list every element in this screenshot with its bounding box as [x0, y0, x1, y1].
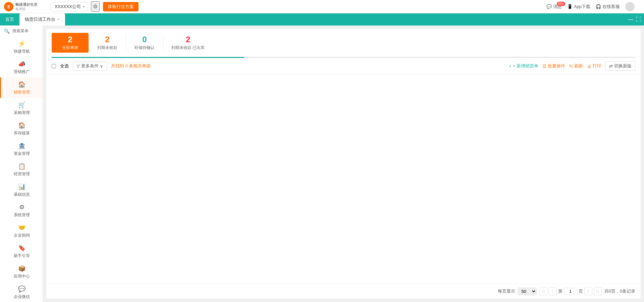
top-right-area: 💬 消息 99+ 📱 App下载 🎧 在线客服 [546, 2, 640, 11]
card-all[interactable]: 2 全部单据 [52, 33, 89, 53]
finance-label: 资金管理 [14, 151, 30, 157]
card-pending[interactable]: 0 旺铺待确认 [126, 33, 163, 53]
next-page-button[interactable]: ⟩ [584, 287, 592, 295]
sidebar-item-operations[interactable]: 📋 经营管理 [0, 159, 43, 180]
search-menu-label: 搜索菜单 [12, 28, 29, 34]
online-service-button[interactable]: 🎧 在线客服 [596, 4, 620, 10]
inventory-icon: 🏠 [18, 122, 25, 129]
search-icon: 🔍 [4, 28, 10, 34]
sales-label: 销售管理 [14, 89, 30, 95]
card-overdue[interactable]: 2 到期未收款 [89, 33, 126, 53]
enterprise-icon: 🤝 [18, 224, 25, 231]
batch-label: 批量操作 [548, 63, 565, 69]
sidebar-item-enterprise[interactable]: 🤝 企业协同 [0, 221, 43, 241]
basic-info-icon: 📊 [18, 183, 25, 190]
operations-icon: 📋 [18, 163, 25, 170]
service-label: 在线客服 [602, 4, 620, 10]
sidebar-item-basic-info[interactable]: 📊 基础信息 [0, 180, 43, 200]
quick-nav-icon: ⚡ [18, 40, 25, 47]
settings-button[interactable]: ⚙ [91, 1, 100, 12]
toolbar-right: + + 新增销货单 ☰ 批量操作 ↻ 刷新 🖨 打印 [509, 61, 635, 71]
logo-title: 畅捷通好生意 [15, 2, 38, 7]
service-icon: 🎧 [596, 4, 601, 9]
try-plan-button[interactable]: 体验行业方案 [103, 2, 139, 11]
summary-cards: 2 全部单据 2 到期未收款 0 旺铺待确认 2 到期未收款 已出库 [46, 29, 641, 57]
last-page-button[interactable]: ⟩⟩ [594, 287, 602, 295]
filter-label: 更多条件 [81, 63, 99, 69]
tab-qianhuoriqing[interactable]: 钱货日清工作台 × [19, 13, 65, 25]
nav-tabs: 首页 钱货日清工作台 × — ⛶ [0, 13, 644, 25]
add-sale-button[interactable]: + + 新增销货单 [509, 63, 538, 69]
system-label: 系统管理 [14, 212, 30, 218]
prev-page-button[interactable]: ⟨ [549, 287, 557, 295]
sidebar-search[interactable]: 🔍 搜索菜单 [0, 25, 43, 37]
refresh-button[interactable]: ↻ 刷新 [569, 63, 583, 69]
print-button[interactable]: 🖨 打印 [587, 63, 601, 69]
system-icon: ⚙ [19, 203, 24, 211]
batch-button[interactable]: ☰ 批量操作 [542, 63, 565, 69]
message-button[interactable]: 💬 消息 99+ [546, 4, 562, 10]
sidebar-item-purchase[interactable]: 🛒 采购管理 [0, 98, 43, 118]
chevron-down-icon: ▾ [83, 5, 85, 8]
card-overdue-label: 到期未收款 [97, 45, 117, 51]
card-shipped[interactable]: 2 到期未收款 已出库 [163, 33, 213, 53]
maximize-icon[interactable]: ⛶ [636, 16, 641, 22]
card-shipped-count: 2 [186, 35, 190, 44]
filter-icon: ▽ [76, 64, 80, 69]
tab-home[interactable]: 首页 [0, 13, 19, 25]
close-tab-icon[interactable]: × [57, 17, 60, 22]
guide-icon: 🔖 [18, 244, 25, 252]
minimize-icon[interactable]: — [628, 16, 633, 22]
card-all-count: 2 [68, 35, 72, 44]
sidebar-item-finance[interactable]: 🏦 资金管理 [0, 139, 43, 159]
select-all-checkbox[interactable] [52, 64, 56, 68]
top-bar: 6 畅捷通好生意 标准版 XXXXXX公司 ▾ ⚙ 体验行业方案 💬 消息 99… [0, 0, 644, 13]
content-inner: 2 全部单据 2 到期未收款 0 旺铺待确认 2 到期未收款 已出库 [46, 29, 641, 299]
sidebar-item-inventory[interactable]: 🏠 库存核算 [0, 118, 43, 139]
sidebar-item-sales[interactable]: 🏠 销售管理 [0, 77, 43, 98]
print-label: 打印 [593, 63, 601, 69]
total-records-label: 共0页，0条记录 [604, 288, 635, 294]
tab-active-label: 钱货日清工作台 [25, 16, 55, 22]
switch-label: 切换新版 [614, 63, 632, 69]
message-badge: 99+ [557, 2, 565, 6]
quick-nav-label: 快捷导航 [14, 49, 30, 54]
page-navigation: ⟨⟨ ⟨ 第 页 ⟩ ⟩⟩ [539, 287, 602, 295]
logo-area: 6 畅捷通好生意 标准版 [4, 2, 47, 11]
page-suffix: 页 [579, 288, 583, 294]
result-number: 0 [125, 63, 128, 68]
sidebar-item-quick-nav[interactable]: ⚡ 快捷导航 [0, 37, 43, 57]
filter-button[interactable]: ▽ 更多条件 ∨ [73, 61, 107, 71]
add-label: + 新增销货单 [513, 63, 538, 69]
company-selector[interactable]: XXXXXX公司 ▾ [51, 2, 88, 11]
sidebar-item-app-center[interactable]: 📦 应用中心 [0, 261, 43, 282]
sidebar-item-wechat[interactable]: 💬 企业微信 [0, 282, 43, 302]
sidebar-item-marketing[interactable]: 📣 营销推广 [0, 57, 43, 77]
sidebar-item-system[interactable]: ⚙ 系统管理 [0, 200, 43, 221]
switch-icon: ⇄ [609, 64, 613, 69]
inventory-label: 库存核算 [14, 130, 30, 136]
operations-label: 经营管理 [14, 171, 30, 177]
page-input[interactable] [564, 288, 577, 295]
sidebar-item-guide[interactable]: 🔖 新手引导 [0, 241, 43, 261]
avatar[interactable] [625, 2, 635, 11]
sidebar: 🔍 搜索菜单 ⚡ 快捷导航 📣 营销推广 🏠 销售管理 🛒 采购管理 🏠 库存核… [0, 25, 43, 302]
sales-icon: 🏠 [18, 81, 25, 88]
logo-icon: 6 [4, 2, 13, 11]
message-icon: 💬 [546, 4, 552, 9]
card-shipped-label: 到期未收款 已出库 [171, 45, 205, 51]
basic-info-label: 基础信息 [14, 192, 30, 197]
nav-bar-right: — ⛶ [628, 16, 644, 22]
app-center-icon: 📦 [18, 265, 25, 272]
select-all-label: 全选 [60, 63, 69, 69]
first-page-button[interactable]: ⟨⟨ [539, 287, 547, 295]
marketing-label: 营销推广 [14, 69, 30, 75]
guide-label: 新手引导 [14, 253, 30, 259]
per-page-select[interactable]: 50 10 20 100 [518, 288, 537, 295]
switch-version-button[interactable]: ⇄ 切换新版 [605, 61, 635, 71]
app-download-button[interactable]: 📱 App下载 [567, 4, 590, 10]
refresh-icon: ↻ [569, 64, 573, 69]
content-area: 2 全部单据 2 到期未收款 0 旺铺待确认 2 到期未收款 已出库 [43, 25, 644, 302]
toolbar: 全选 ▽ 更多条件 ∨ 共找到 0 条相关单据 + + 新增销货单 [46, 58, 641, 74]
enterprise-label: 企业协同 [14, 233, 30, 238]
